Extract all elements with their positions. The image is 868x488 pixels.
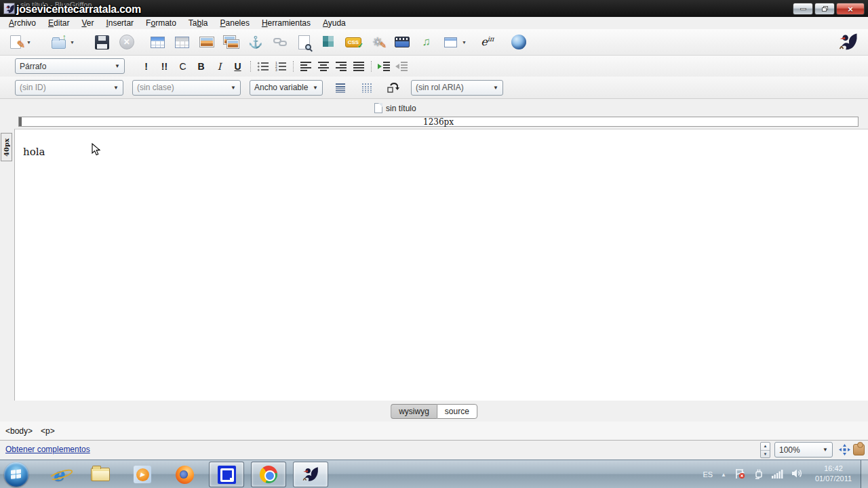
- width-select[interactable]: Ancho variable▼: [250, 80, 323, 96]
- action-center-icon[interactable]: [734, 468, 745, 481]
- open-file-button[interactable]: ↑: [49, 31, 69, 53]
- preview-button[interactable]: [294, 31, 315, 53]
- hidden-icons-arrow[interactable]: ▲: [721, 472, 726, 478]
- close-button[interactable]: ×: [836, 3, 865, 15]
- bullet-list-button[interactable]: [254, 58, 272, 75]
- menu-item-archivo[interactable]: Archivo: [3, 18, 42, 28]
- taskbar-icon-bluegriffon[interactable]: [293, 462, 328, 487]
- taskbar-icon-windows-explorer[interactable]: [83, 462, 118, 487]
- justify-button[interactable]: [350, 58, 368, 75]
- network-signal-icon[interactable]: [772, 469, 783, 481]
- power-plug-icon[interactable]: [753, 468, 764, 481]
- insert-form-button[interactable]: [441, 31, 461, 53]
- tab-sin-titulo[interactable]: sin título: [370, 102, 420, 115]
- wysiwyg-tab[interactable]: wysiwyg: [391, 404, 437, 419]
- code-button[interactable]: C: [174, 58, 192, 75]
- restore-button[interactable]: [814, 3, 835, 15]
- language-indicator[interactable]: ES: [703, 470, 713, 479]
- status-body-tag[interactable]: <body>: [5, 426, 33, 436]
- insert-form-dropdown-arrow[interactable]: ▼: [462, 40, 467, 45]
- table-properties-button[interactable]: [172, 31, 193, 53]
- minimize-icon: [800, 8, 806, 10]
- insert-video-button[interactable]: [392, 31, 412, 53]
- id-select[interactable]: (sin ID)▼: [15, 80, 123, 96]
- open-file-dropdown-arrow[interactable]: ▼: [70, 40, 75, 45]
- italic-button[interactable]: I: [210, 58, 229, 75]
- align-left-button[interactable]: [297, 58, 315, 75]
- status-p-tag[interactable]: <p>: [41, 426, 55, 436]
- table-grey-icon: [175, 37, 189, 48]
- margins-solid-button[interactable]: [332, 79, 349, 96]
- format-toolbar: Párrafo▼ ! !! C B I U 123: [0, 56, 868, 77]
- mouse-cursor: [92, 143, 102, 158]
- insert-math-button[interactable]: eiπ: [477, 31, 498, 53]
- browse-button[interactable]: [509, 31, 529, 53]
- anchor-button[interactable]: ⚓: [245, 31, 266, 53]
- menu-item-formato[interactable]: Formato: [140, 18, 182, 28]
- insert-images-button[interactable]: [221, 31, 241, 53]
- indent-button[interactable]: [375, 58, 393, 75]
- numbered-list-button[interactable]: 123: [272, 58, 290, 75]
- spinner-up-icon[interactable]: ▲: [761, 443, 770, 451]
- stylesheets-button[interactable]: CSS: [343, 31, 363, 53]
- rotate-button[interactable]: [384, 79, 402, 96]
- menu-item-paneles[interactable]: Paneles: [214, 18, 256, 28]
- editor-canvas[interactable]: hola: [14, 129, 868, 401]
- menu-item-ver[interactable]: Ver: [75, 18, 100, 28]
- zoom-select[interactable]: 100%▼: [774, 442, 833, 458]
- taskbar-icon-media-player[interactable]: ▶: [125, 462, 160, 487]
- menu-item-editar[interactable]: Editar: [42, 18, 75, 28]
- menu-item-insertar[interactable]: Insertar: [100, 18, 140, 28]
- taskbar: e ▶ ES ▲ 16:42 01/07/2011: [0, 460, 868, 488]
- insert-table-button[interactable]: [148, 31, 168, 53]
- show-desktop-button[interactable]: [861, 460, 868, 488]
- taskbar-icon-firefox[interactable]: [167, 462, 202, 487]
- chevron-down-icon: ▼: [115, 63, 120, 69]
- outdent-button[interactable]: [393, 58, 410, 75]
- class-select[interactable]: (sin clase)▼: [132, 80, 241, 96]
- addons-puzzle-icon[interactable]: [853, 444, 865, 455]
- taskbar-clock[interactable]: 16:42 01/07/2011: [808, 464, 859, 484]
- align-center-button[interactable]: [315, 58, 332, 75]
- chevron-down-icon: ▼: [113, 85, 119, 91]
- insert-audio-button[interactable]: ♫: [416, 31, 437, 53]
- document-text[interactable]: hola: [23, 146, 45, 158]
- taskbar-icon-internet-explorer[interactable]: e: [41, 462, 76, 487]
- aria-role-select[interactable]: (sin rol ARIA)▼: [411, 80, 503, 96]
- title-bar: sin título - BlueGriffon josevicentecarr…: [0, 0, 868, 17]
- minimize-button[interactable]: [793, 3, 813, 15]
- source-tab[interactable]: source: [437, 404, 477, 419]
- page-icon: [374, 103, 382, 113]
- strong-button[interactable]: !!: [155, 58, 174, 75]
- taskbar-apps: e ▶: [4, 460, 335, 488]
- style-blocks-button[interactable]: [319, 31, 339, 53]
- menu-item-herramientas[interactable]: Herramientas: [256, 18, 317, 28]
- tab-label: sin título: [386, 104, 416, 113]
- chevron-down-icon: ▼: [231, 85, 236, 91]
- zoom-spinner[interactable]: ▲▼: [760, 442, 770, 458]
- stop-button[interactable]: ✕: [117, 31, 137, 53]
- taskbar-icon-chrome[interactable]: [251, 462, 286, 487]
- new-document-dropdown-arrow[interactable]: ▼: [26, 40, 31, 45]
- menu-item-tabla[interactable]: Tabla: [182, 18, 214, 28]
- underline-button[interactable]: U: [229, 58, 247, 75]
- margins-dashed-button[interactable]: [358, 79, 376, 96]
- menu-item-ayuda[interactable]: Ayuda: [317, 18, 352, 28]
- insert-image-button[interactable]: [197, 31, 217, 53]
- fullscreen-icon[interactable]: [839, 444, 850, 458]
- paragraph-format-select[interactable]: Párrafo▼: [15, 58, 125, 74]
- link-button[interactable]: [270, 31, 290, 53]
- main-toolbar: ✎ ▼ ↑ ▼ ✕ ⚓ CSS ✳✎ ♫ ▼ eiπ: [0, 29, 868, 56]
- taskbar-icon-screen-capture[interactable]: [209, 462, 244, 487]
- close-icon: ×: [848, 4, 853, 14]
- emphasis-button[interactable]: !: [137, 58, 155, 75]
- new-document-button[interactable]: ✎: [5, 31, 26, 53]
- spinner-down-icon[interactable]: ▼: [761, 451, 770, 458]
- align-right-button[interactable]: [332, 58, 350, 75]
- get-addons-link[interactable]: Obtener complementos: [5, 445, 90, 454]
- start-button[interactable]: [4, 462, 28, 487]
- volume-icon[interactable]: [791, 468, 803, 481]
- save-button[interactable]: [92, 31, 113, 53]
- markup-cleaner-button[interactable]: ✳✎: [368, 31, 388, 53]
- bold-button[interactable]: B: [192, 58, 210, 75]
